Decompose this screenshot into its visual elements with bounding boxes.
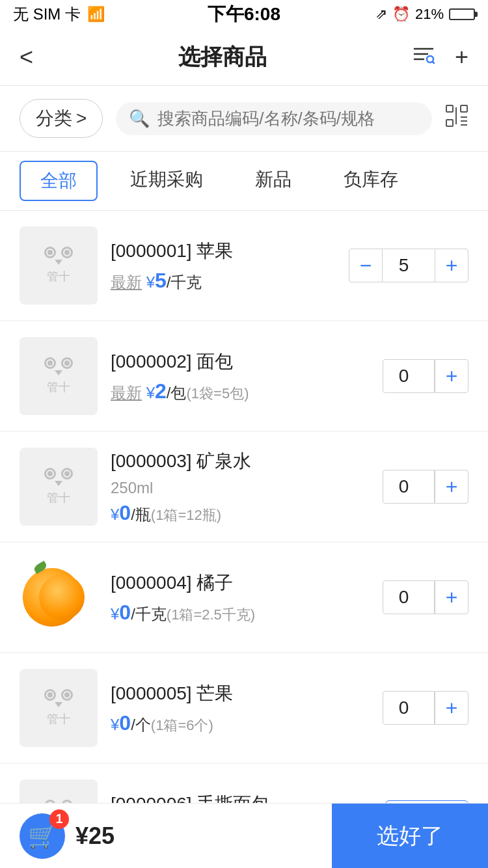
filter-tabs: 全部 近期采购 新品 负库存	[0, 152, 488, 211]
search-input-wrap: 🔍	[116, 102, 432, 135]
price-unit: /包	[167, 384, 187, 401]
product-name: [0000003] 矿泉水	[111, 449, 370, 474]
product-price: ¥0/千克(1箱=2.5千克)	[111, 601, 370, 625]
price-symbol: ¥	[146, 384, 155, 401]
quantity-control: +	[383, 580, 468, 614]
price-box: (1箱=2.5千克)	[167, 606, 255, 623]
price-label: 最新	[111, 384, 142, 401]
quantity-input[interactable]	[383, 359, 435, 393]
price-symbol: ¥	[146, 273, 155, 291]
bottom-bar: 🛒 1 ¥25 选好了	[0, 803, 488, 868]
list-item: 管十 [0000005] 芒果 ¥0/个(1箱=6个) +	[0, 653, 488, 763]
tab-negative[interactable]: 负库存	[324, 152, 418, 210]
svg-rect-7	[446, 120, 453, 126]
product-info: [0000005] 芒果 ¥0/个(1箱=6个)	[111, 681, 370, 735]
product-info: [0000001] 苹果 最新 ¥5/千克	[111, 239, 336, 293]
product-thumbnail: 管十	[20, 448, 98, 526]
list-item: 管十 [0000001] 苹果 最新 ¥5/千克 − +	[0, 211, 488, 320]
category-label: 分类	[36, 106, 72, 131]
cart-badge: 1	[49, 809, 69, 829]
quantity-increase-button[interactable]: +	[435, 691, 468, 725]
carrier-label: 无 SIM 卡	[13, 4, 81, 25]
tab-recent[interactable]: 近期采购	[111, 152, 223, 210]
add-button[interactable]: +	[455, 44, 468, 71]
price-unit: /个	[131, 716, 151, 733]
quantity-input[interactable]	[383, 249, 435, 282]
quantity-input[interactable]	[383, 580, 435, 614]
product-name: [0000004] 橘子	[111, 571, 370, 595]
svg-rect-6	[461, 105, 467, 112]
product-info: [0000003] 矿泉水 250ml ¥0/瓶(1箱=12瓶)	[111, 449, 370, 525]
price-unit: /瓶	[131, 506, 151, 523]
battery-percent: 21%	[415, 6, 444, 23]
confirm-button[interactable]: 选好了	[332, 804, 488, 869]
cart-section: 🛒 1 ¥25	[0, 813, 332, 859]
quantity-control: +	[383, 359, 468, 393]
search-icon: 🔍	[129, 109, 150, 129]
list-item: [0000004] 橘子 ¥0/千克(1箱=2.5千克) +	[0, 543, 488, 652]
price-value: 0	[119, 711, 131, 735]
price-value: 2	[155, 379, 167, 403]
product-name: [0000002] 面包	[111, 349, 370, 374]
location-icon: ⇗	[375, 6, 387, 23]
tab-new[interactable]: 新品	[236, 152, 311, 210]
price-symbol: ¥	[111, 605, 119, 623]
price-unit: /千克	[167, 273, 202, 291]
product-list: 管十 [0000001] 苹果 最新 ¥5/千克 − + 管十 [0000002…	[0, 211, 488, 868]
price-box: (1箱=12瓶)	[151, 507, 221, 523]
price-value: 0	[119, 501, 131, 524]
search-input[interactable]	[157, 109, 419, 129]
product-info: [0000004] 橘子 ¥0/千克(1箱=2.5千克)	[111, 571, 370, 625]
product-price: 最新 ¥5/千克	[111, 269, 336, 293]
back-button[interactable]: <	[20, 44, 33, 71]
wifi-icon: 📶	[87, 6, 105, 23]
svg-line-4	[432, 62, 434, 64]
price-symbol: ¥	[111, 506, 119, 523]
list-item: 管十 [0000002] 面包 最新 ¥2/包(1袋=5包) +	[0, 321, 488, 431]
product-name: [0000005] 芒果	[111, 681, 370, 706]
quantity-increase-button[interactable]: +	[435, 249, 468, 282]
status-bar: 无 SIM 卡 📶 下午6:08 ⇗ ⏰ 21%	[0, 0, 488, 29]
scan-icon[interactable]	[445, 104, 468, 133]
price-label: 最新	[111, 273, 142, 291]
price-value: 5	[155, 269, 167, 292]
product-thumbnail: 管十	[20, 226, 98, 305]
product-price: ¥0/瓶(1箱=12瓶)	[111, 501, 370, 525]
quantity-control: − +	[349, 249, 468, 282]
battery-icon	[449, 8, 475, 20]
product-thumbnail: 管十	[20, 669, 98, 747]
category-button[interactable]: 分类 >	[20, 99, 103, 138]
filter-icon[interactable]	[412, 42, 435, 72]
product-price: 最新 ¥2/包(1袋=5包)	[111, 379, 370, 403]
quantity-input[interactable]	[383, 470, 435, 504]
product-spec: 250ml	[111, 479, 370, 497]
cart-button[interactable]: 🛒 1	[20, 813, 65, 859]
owl-logo: 管十	[44, 357, 73, 395]
list-item: 管十 [0000003] 矿泉水 250ml ¥0/瓶(1箱=12瓶) +	[0, 432, 488, 541]
price-symbol: ¥	[111, 716, 119, 733]
quantity-increase-button[interactable]: +	[435, 359, 468, 393]
product-thumbnail: 管十	[20, 337, 98, 415]
page-title: 选择商品	[178, 42, 267, 72]
search-bar: 分类 > 🔍	[0, 86, 488, 152]
product-price: ¥0/个(1箱=6个)	[111, 711, 370, 735]
quantity-increase-button[interactable]: +	[435, 580, 468, 614]
quantity-increase-button[interactable]: +	[435, 470, 468, 504]
nav-actions: +	[412, 42, 468, 72]
category-chevron-icon: >	[76, 108, 87, 129]
price-box: (1袋=5包)	[187, 385, 249, 401]
quantity-input[interactable]	[383, 691, 435, 725]
tab-all[interactable]: 全部	[20, 161, 98, 201]
quantity-decrease-button[interactable]: −	[349, 249, 383, 282]
nav-bar: < 选择商品 +	[0, 29, 488, 86]
owl-logo: 管十	[44, 468, 73, 506]
product-info: [0000002] 面包 最新 ¥2/包(1袋=5包)	[111, 349, 370, 403]
alarm-icon: ⏰	[392, 6, 410, 23]
price-unit: /千克	[131, 605, 167, 623]
product-name: [0000001] 苹果	[111, 239, 336, 264]
price-box: (1箱=6个)	[151, 717, 213, 733]
owl-logo: 管十	[44, 247, 73, 284]
product-thumbnail	[20, 558, 98, 636]
quantity-control: +	[383, 470, 468, 504]
cart-total: ¥25	[75, 822, 115, 850]
